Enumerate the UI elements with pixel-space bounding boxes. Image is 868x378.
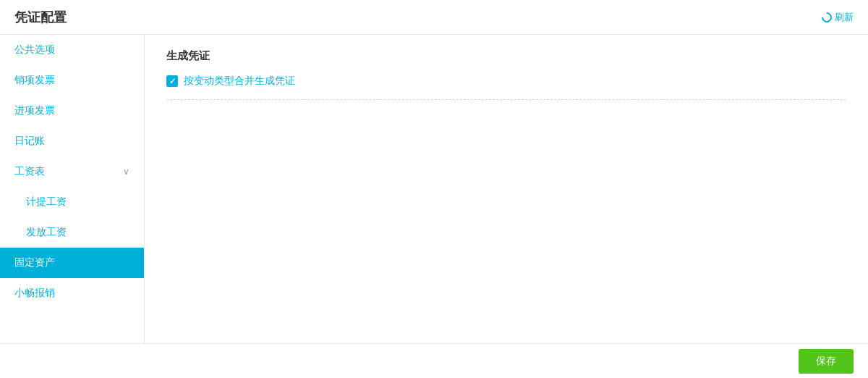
content-area: 生成凭证 按变动类型合并生成凭证 (145, 35, 868, 343)
refresh-label: 刷新 (835, 11, 854, 24)
save-button[interactable]: 保存 (799, 349, 854, 374)
refresh-icon (820, 10, 834, 25)
sidebar-item-label: 发放工资 (26, 226, 67, 239)
sidebar-item-pay-salary[interactable]: 发放工资 (0, 217, 144, 248)
sidebar-item-label: 公共选项 (14, 43, 55, 56)
section-title: 生成凭证 (166, 49, 846, 63)
sidebar-item-label: 小畅报销 (14, 287, 55, 300)
sidebar-item-journal[interactable]: 日记账 (0, 126, 144, 156)
page-title: 凭证配置 (14, 9, 67, 26)
sidebar-item-fixed-assets[interactable]: 固定资产 (0, 248, 144, 278)
sidebar-item-expense-report[interactable]: 小畅报销 (0, 278, 144, 308)
main-content: 公共选项 销项发票 进项发票 日记账 工资表 ∨ 计提工资 发放工资 固定资 (0, 35, 868, 343)
sidebar: 公共选项 销项发票 进项发票 日记账 工资表 ∨ 计提工资 发放工资 固定资 (0, 35, 145, 343)
sidebar-item-label: 工资表 (14, 165, 45, 178)
sidebar-item-label: 销项发票 (14, 74, 55, 87)
checkbox-row: 按变动类型合并生成凭证 (166, 75, 846, 88)
sidebar-item-label: 计提工资 (26, 196, 67, 209)
chevron-down-icon: ∨ (123, 167, 129, 177)
header: 凭证配置 刷新 (0, 0, 868, 35)
merge-checkbox-label[interactable]: 按变动类型合并生成凭证 (184, 75, 295, 88)
footer: 保存 (0, 343, 868, 378)
refresh-button[interactable]: 刷新 (822, 11, 854, 24)
merge-checkbox[interactable] (166, 75, 178, 87)
sidebar-item-payroll[interactable]: 工资表 ∨ (0, 156, 144, 187)
section-divider (166, 99, 846, 100)
sidebar-item-label: 进项发票 (14, 104, 55, 117)
sidebar-item-sales-invoice[interactable]: 销项发票 (0, 65, 144, 96)
sidebar-item-public[interactable]: 公共选项 (0, 35, 144, 65)
sidebar-item-label: 日记账 (14, 135, 45, 148)
sidebar-item-purchase-invoice[interactable]: 进项发票 (0, 96, 144, 126)
page-wrapper: 凭证配置 刷新 公共选项 销项发票 进项发票 日记账 工资表 ∨ (0, 0, 868, 378)
sidebar-item-commission[interactable]: 计提工资 (0, 187, 144, 217)
sidebar-item-label: 固定资产 (14, 256, 55, 269)
